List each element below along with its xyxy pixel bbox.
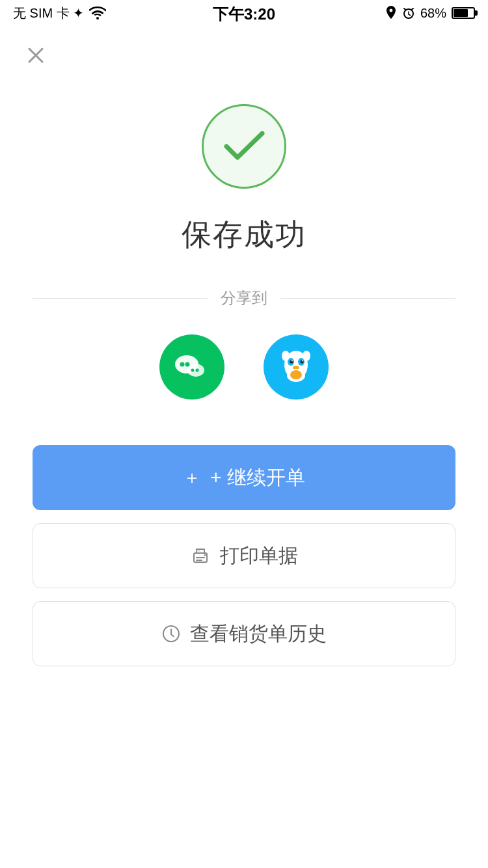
close-x-icon xyxy=(27,46,45,64)
close-area xyxy=(0,26,488,72)
svg-point-15 xyxy=(302,360,303,362)
wifi-icon xyxy=(89,7,106,20)
status-right: 68% xyxy=(385,6,475,21)
battery-icon xyxy=(452,7,475,19)
svg-point-25 xyxy=(204,554,206,556)
checkmark-icon xyxy=(223,130,265,163)
printer-icon xyxy=(190,545,211,566)
svg-rect-22 xyxy=(196,557,205,558)
status-left: 无 SIM 卡 ✦ xyxy=(13,5,106,22)
divider-right xyxy=(280,298,455,299)
location-icon xyxy=(385,6,397,20)
share-divider: 分享到 xyxy=(33,288,455,308)
share-label: 分享到 xyxy=(221,288,267,308)
svg-point-20 xyxy=(303,351,310,361)
qq-share-button[interactable] xyxy=(264,334,329,400)
success-circle xyxy=(202,104,286,189)
qq-icon xyxy=(277,344,316,390)
svg-point-18 xyxy=(290,370,302,379)
print-label: 打印单据 xyxy=(220,543,298,569)
status-bar: 无 SIM 卡 ✦ 下午3:20 68% xyxy=(0,0,488,26)
continue-order-label: + 继续开单 xyxy=(210,465,305,491)
svg-point-19 xyxy=(282,351,290,361)
svg-rect-24 xyxy=(197,550,200,552)
close-button[interactable] xyxy=(20,39,52,72)
no-sim-text: 无 SIM 卡 ✦ xyxy=(13,5,84,22)
history-label: 查看销货单历史 xyxy=(190,621,327,647)
share-icons-row xyxy=(159,334,329,400)
action-buttons: ＋ + 继续开单 打印单据 查看销货单历史 xyxy=(33,445,455,666)
print-button[interactable]: 打印单据 xyxy=(33,523,455,588)
svg-point-7 xyxy=(191,369,195,372)
svg-point-5 xyxy=(185,362,190,367)
svg-point-4 xyxy=(180,362,185,367)
clock-icon xyxy=(161,624,181,644)
svg-point-8 xyxy=(196,369,199,372)
status-time: 下午3:20 xyxy=(213,4,275,25)
continue-order-button[interactable]: ＋ + 继续开单 xyxy=(33,445,455,510)
success-title: 保存成功 xyxy=(182,215,306,255)
history-button[interactable]: 查看销货单历史 xyxy=(33,601,455,666)
divider-left xyxy=(33,298,208,299)
plus-icon: ＋ xyxy=(183,465,201,490)
svg-rect-23 xyxy=(196,560,202,561)
svg-point-14 xyxy=(291,360,293,362)
main-content: 保存成功 分享到 xyxy=(0,72,488,868)
battery-percent: 68% xyxy=(420,6,446,21)
alarm-icon xyxy=(402,7,415,20)
wechat-icon xyxy=(173,351,211,383)
wechat-share-button[interactable] xyxy=(159,334,224,400)
